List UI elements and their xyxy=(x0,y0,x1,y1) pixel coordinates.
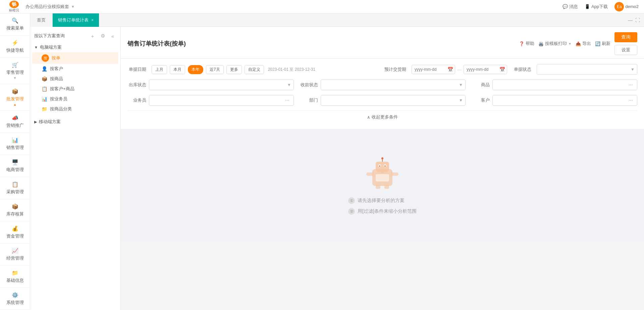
left-panel: 按以下方案查询 + ⚙ « ▼ 电脑端方案 按 按单 👤 xyxy=(30,27,121,310)
date-filter-label: 单据日期 xyxy=(127,66,146,72)
calendar-end-icon[interactable]: 📅 xyxy=(499,67,505,72)
department-select[interactable] xyxy=(321,95,466,106)
delivery-status-select[interactable] xyxy=(149,80,294,90)
last-7-days-button[interactable]: 近7天 xyxy=(206,65,224,74)
payment-status-select[interactable] xyxy=(321,80,466,90)
empty-text: ① 请先选择要分析的方案 ② 用[过滤]条件来缩小分析范围 xyxy=(348,197,417,215)
user-avatar: Ea xyxy=(614,2,624,11)
sidebar-item-sales[interactable]: 📊 销售管理 xyxy=(0,133,30,155)
filter-row-2: 出库状态 ▼ 收款状态 xyxy=(127,80,637,90)
user-menu[interactable]: Ea demo2 xyxy=(614,2,639,11)
operations-icon: 📈 xyxy=(12,248,18,254)
filter-row-3: 业务员 ··· 部门 ▼ xyxy=(127,95,637,106)
svg-point-7 xyxy=(381,157,383,159)
collapse-button[interactable]: ∧ 收起更多条件 xyxy=(367,114,398,120)
sidebar-item-inventory[interactable]: 📦 库存核算 xyxy=(0,199,30,221)
customer-more-icon[interactable]: ··· xyxy=(627,97,634,103)
salesperson-more-icon[interactable]: ··· xyxy=(284,97,291,103)
delivery-status-col: 出库状态 ▼ xyxy=(127,80,294,90)
add-scheme-button[interactable]: + xyxy=(89,32,96,40)
tree-item-by-customer[interactable]: 👤 按客户 xyxy=(32,64,118,74)
tab-sales-order-statistics[interactable]: 销售订单统计表 × xyxy=(53,13,99,27)
tree-item-by-goods[interactable]: 📦 按商品 xyxy=(32,74,118,84)
left-panel-title: 按以下方案查询 xyxy=(34,33,65,39)
hint-num-1: ① xyxy=(348,197,355,204)
goods-col: 商品 ··· xyxy=(471,80,637,90)
department-col: 部门 ▼ xyxy=(299,95,466,106)
page-header: 销售订单统计表(按单) ❓ 帮助 🖨️ 按模板打印 ▼ 📤 xyxy=(121,27,644,59)
setting-button[interactable]: 设置 xyxy=(614,45,637,55)
sidebar-item-finance[interactable]: 💰 资金管理 xyxy=(0,221,30,244)
topbar-right: 💬 消息 📱 App下载 Ea demo2 xyxy=(562,2,639,11)
sidebar-item-operations[interactable]: 📈 经营管理 xyxy=(0,244,30,266)
doc-status-select-wrap: ▼ xyxy=(537,64,637,75)
active-circle-icon: 按 xyxy=(42,54,49,62)
content-inner: 按以下方案查询 + ⚙ « ▼ 电脑端方案 按 按单 👤 xyxy=(30,27,644,310)
retail-icon: 🛒 xyxy=(12,62,18,68)
tree-item-by-order[interactable]: 按 按单 xyxy=(32,52,118,64)
sidebar-item-basic[interactable]: 📁 基础信息 xyxy=(0,266,30,288)
logo-icon: 畅 xyxy=(9,1,19,8)
sidebar-item-retail[interactable]: 🛒 零售管理 ▼ xyxy=(0,58,30,84)
right-content: 销售订单统计表(按单) ❓ 帮助 🖨️ 按模板打印 ▼ 📤 xyxy=(121,27,644,310)
collapse-up-icon: ∧ xyxy=(367,115,370,120)
scheme-settings-button[interactable]: ⚙ xyxy=(99,32,106,40)
sales-icon: 📊 xyxy=(12,137,18,143)
sidebar-item-system[interactable]: ⚙️ 系统管理 xyxy=(0,288,30,310)
app-icon: 📱 xyxy=(585,4,590,9)
custom-button[interactable]: 自定义 xyxy=(245,65,264,74)
maximize-icon[interactable]: ⛶ xyxy=(635,17,640,23)
date-range-separator: — xyxy=(457,67,462,72)
doc-status-label: 单据状态 xyxy=(513,66,531,72)
help-button[interactable]: ❓ 帮助 xyxy=(519,41,534,47)
main-layout: 🔍 搜索菜单 ⚡ 快捷导航 🛒 零售管理 ▼ 📦 批发管理 ▲ 📣 营销推广 📊… xyxy=(0,13,644,310)
collapse-panel-button[interactable]: « xyxy=(109,32,116,40)
sidebar: 🔍 搜索菜单 ⚡ 快捷导航 🛒 零售管理 ▼ 📦 批发管理 ▲ 📣 营销推广 📊… xyxy=(0,13,30,310)
tab-close-button[interactable]: × xyxy=(91,18,94,22)
sidebar-item-purchase[interactable]: 📋 采购管理 xyxy=(0,177,30,199)
tree-parent-mobile[interactable]: ▶ 移动端方案 xyxy=(30,117,120,127)
sidebar-item-quick-nav[interactable]: ⚡ 快捷导航 xyxy=(0,36,30,58)
tree-item-by-salesperson[interactable]: 📊 按业务员 xyxy=(32,94,118,104)
goods-more-icon[interactable]: ··· xyxy=(627,82,634,88)
svg-rect-10 xyxy=(391,172,398,176)
tree-item-by-category[interactable]: 📁 按商品分类 xyxy=(32,104,118,114)
goods-label: 商品 xyxy=(471,82,490,88)
payment-status-label: 收款状态 xyxy=(299,82,318,88)
expected-date-end-wrap: 📅 xyxy=(464,65,507,74)
topbar: 畅 标橙贝 办公用品行业模拟账套 ▾ 💬 消息 📱 App下载 Ea demo2 xyxy=(0,0,644,13)
collapse-bar: ∧ 收起更多条件 xyxy=(127,110,637,123)
sidebar-item-marketing[interactable]: 📣 营销推广 xyxy=(0,111,30,133)
more-button[interactable]: 更多 xyxy=(226,65,242,74)
sidebar-item-ecommerce[interactable]: 🖥️ 电商管理 xyxy=(0,155,30,177)
customer-input-wrap[interactable]: ··· xyxy=(492,95,637,106)
export-button[interactable]: 📤 导出 xyxy=(576,41,591,47)
template-print-button[interactable]: 🖨️ 按模板打印 ▼ xyxy=(538,41,572,47)
tab-home[interactable]: 首页 xyxy=(30,13,53,27)
app-download-button[interactable]: 📱 App下载 xyxy=(585,4,608,10)
expected-date-start-wrap: 📅 xyxy=(412,65,455,74)
message-button[interactable]: 💬 消息 xyxy=(562,4,578,10)
tree-item-by-customer-goods[interactable]: 📋 按客户+商品 xyxy=(32,84,118,94)
sidebar-item-wholesale[interactable]: 📦 批发管理 ▲ xyxy=(0,84,30,111)
refresh-icon: 🔄 xyxy=(595,41,600,46)
filter-area: 单据日期 上月 本月 本年 近7天 更多 自定义 2023-01-01 至 xyxy=(121,59,644,129)
breadcrumb-dropdown-icon[interactable]: ▾ xyxy=(72,4,74,9)
print-dropdown-icon: ▼ xyxy=(568,42,572,46)
expected-date-range: 📅 — 📅 xyxy=(412,65,507,74)
salesperson-input-wrap[interactable]: ··· xyxy=(149,95,294,106)
query-button[interactable]: 查询 xyxy=(614,32,637,42)
doc-status-select[interactable] xyxy=(537,64,637,75)
calendar-start-icon[interactable]: 📅 xyxy=(447,67,453,72)
date-range-text: 2023-01-01 至 2023-12-31 xyxy=(268,67,315,72)
last-month-button[interactable]: 上月 xyxy=(152,65,167,74)
department-select-wrap: ▼ xyxy=(321,95,466,106)
refresh-button[interactable]: 🔄 刷新 xyxy=(595,41,610,47)
ecommerce-icon: 🖥️ xyxy=(12,159,18,165)
sidebar-item-search-menu[interactable]: 🔍 搜索菜单 xyxy=(0,13,30,36)
tree-parent-pc[interactable]: ▼ 电脑端方案 xyxy=(30,42,120,52)
goods-input-wrap[interactable]: ··· xyxy=(492,80,637,90)
this-year-button[interactable]: 本年 xyxy=(188,65,203,74)
this-month-button[interactable]: 本月 xyxy=(170,65,185,74)
minimize-icon[interactable]: — xyxy=(628,17,633,23)
